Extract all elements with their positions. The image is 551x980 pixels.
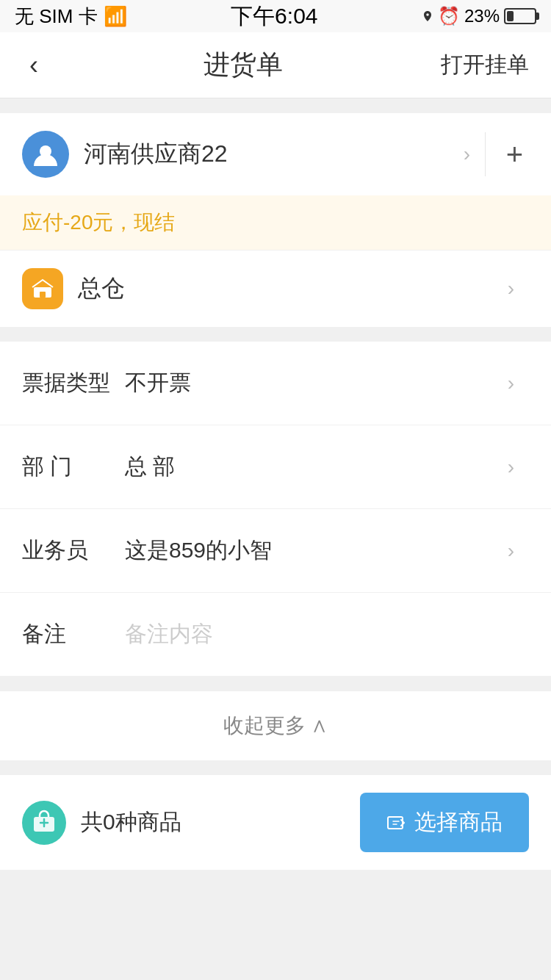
carrier-label: 无 SIM 卡 (15, 4, 98, 29)
department-value: 总 部 (125, 452, 508, 482)
supplier-chevron-icon: › (464, 143, 470, 166)
note-placeholder: 备注内容 (125, 619, 529, 649)
battery-percent: 23% (464, 6, 500, 26)
salesperson-label: 业务员 (22, 536, 125, 566)
supplier-add-button[interactable]: + (485, 132, 529, 176)
nav-bar: ‹ 进货单 打开挂单 (0, 32, 551, 98)
product-icon (22, 801, 66, 845)
bottom-bar: 共0种商品 选择商品 (0, 775, 551, 870)
alert-text: 应付-20元，现结 (22, 211, 175, 234)
gap-1 (0, 98, 551, 113)
supplier-name: 河南供应商22 (84, 138, 464, 170)
salesperson-chevron-icon: › (508, 539, 514, 563)
open-pending-button[interactable]: 打开挂单 (441, 50, 529, 80)
form-section: 票据类型 不开票 › 部 门 总 部 › 业务员 这是859的小智 › 备注 备… (0, 342, 551, 676)
product-count: 共0种商品 (81, 807, 360, 837)
status-right: ⏰ 23% (422, 6, 536, 26)
location-icon (422, 6, 433, 26)
form-row-ticket-type[interactable]: 票据类型 不开票 › (0, 342, 551, 425)
add-icon: + (506, 140, 523, 169)
battery-icon (504, 8, 536, 24)
supplier-section: 河南供应商22 › + 应付-20元，现结 总仓 › (0, 113, 551, 327)
ticket-type-value: 不开票 (125, 368, 508, 398)
warehouse-row[interactable]: 总仓 › (0, 250, 551, 327)
page-title: 进货单 (204, 47, 283, 83)
wifi-icon: 📶 (104, 5, 127, 28)
salesperson-value: 这是859的小智 (125, 536, 508, 566)
ticket-type-label: 票据类型 (22, 368, 125, 398)
status-bar: 无 SIM 卡 📶 下午6:04 ⏰ 23% (0, 0, 551, 32)
select-product-label: 选择商品 (414, 807, 503, 837)
svg-rect-4 (388, 817, 403, 829)
ticket-type-chevron-icon: › (508, 372, 514, 395)
department-label: 部 门 (22, 452, 125, 482)
note-label: 备注 (22, 619, 125, 649)
warehouse-icon (22, 268, 63, 309)
status-left: 无 SIM 卡 📶 (15, 4, 127, 29)
supplier-avatar (22, 131, 69, 178)
form-row-salesperson[interactable]: 业务员 这是859的小智 › (0, 509, 551, 593)
warehouse-chevron-icon: › (508, 277, 514, 300)
select-product-button[interactable]: 选择商品 (360, 793, 529, 852)
supplier-row[interactable]: 河南供应商22 › + (0, 113, 551, 195)
form-row-department[interactable]: 部 门 总 部 › (0, 425, 551, 509)
svg-rect-2 (40, 292, 46, 298)
status-time: 下午6:04 (231, 1, 317, 32)
alarm-icon: ⏰ (438, 6, 460, 26)
collapse-label: 收起更多 ∧ (223, 712, 328, 740)
alert-banner: 应付-20元，现结 (0, 195, 551, 250)
collapse-row[interactable]: 收起更多 ∧ (0, 691, 551, 760)
back-button[interactable]: ‹ (22, 43, 46, 88)
form-row-note[interactable]: 备注 备注内容 (0, 593, 551, 676)
warehouse-name: 总仓 (78, 273, 508, 305)
department-chevron-icon: › (508, 455, 514, 479)
page-footer (0, 870, 551, 980)
